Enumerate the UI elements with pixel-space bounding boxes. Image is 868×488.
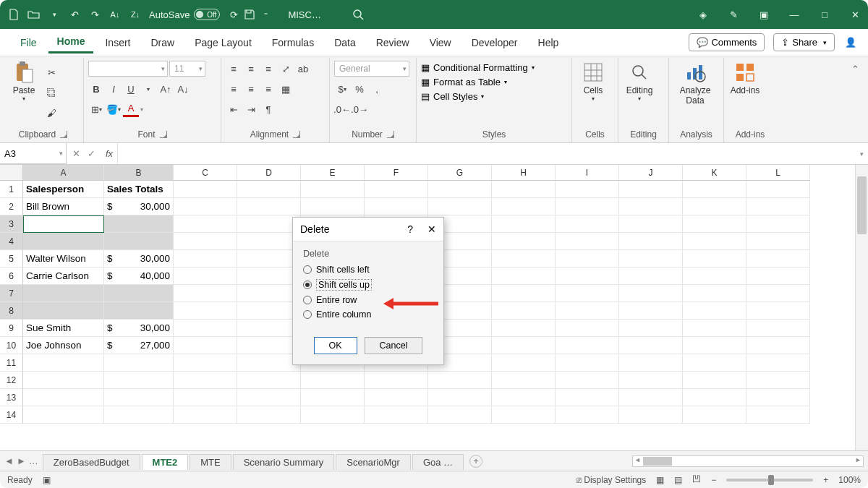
cell[interactable] (237, 372, 301, 389)
tab-insert[interactable]: Insert (96, 33, 139, 53)
cell[interactable]: Bill Brown (23, 198, 104, 215)
row-header[interactable]: 8 (0, 302, 23, 320)
copy-icon[interactable]: ⿻ (43, 85, 59, 100)
rtl-icon[interactable]: ¶ (260, 101, 276, 117)
diamond-icon[interactable]: ◈ (696, 7, 710, 22)
cell[interactable] (746, 337, 810, 354)
cell[interactable] (619, 233, 683, 250)
cell[interactable] (301, 389, 365, 406)
cell[interactable] (746, 320, 810, 337)
autosave-toggle[interactable]: AutoSave Off (149, 9, 220, 20)
cell[interactable]: Sue Smith (23, 320, 104, 337)
minimize-icon[interactable]: — (787, 7, 801, 22)
cell[interactable] (683, 354, 746, 372)
cell[interactable] (237, 181, 301, 198)
clipboard-launcher-icon[interactable] (60, 131, 67, 138)
column-header[interactable]: J (619, 165, 683, 181)
cell[interactable] (428, 372, 492, 389)
cells-button[interactable]: Cells▾ (576, 59, 610, 103)
cell[interactable] (237, 337, 301, 354)
sort-asc-icon[interactable]: A↓ (107, 7, 123, 22)
column-header[interactable]: C (174, 165, 237, 181)
cell[interactable] (492, 389, 556, 406)
cell[interactable]: Salesperson (23, 181, 104, 198)
cell[interactable] (556, 302, 619, 320)
increase-decimal-icon[interactable]: .0← (334, 101, 350, 117)
undo-icon[interactable]: ↶ (67, 7, 82, 22)
cell[interactable] (683, 198, 746, 215)
view-normal-icon[interactable]: ▦ (656, 475, 664, 485)
zoom-level[interactable]: 100% (838, 475, 861, 485)
sheet-nav-next-icon[interactable]: ► (17, 455, 26, 466)
cell[interactable] (619, 389, 683, 406)
cell[interactable] (683, 372, 746, 389)
row-header[interactable]: 14 (0, 406, 23, 424)
row-header[interactable]: 11 (0, 354, 23, 372)
cell[interactable] (301, 406, 365, 424)
cell[interactable] (619, 320, 683, 337)
redo-icon[interactable]: ↷ (87, 7, 103, 22)
dialog-help-icon[interactable]: ? (407, 223, 413, 235)
qat-more-icon[interactable]: ⁼ (258, 7, 273, 22)
cell[interactable] (174, 181, 237, 198)
decrease-font-icon[interactable]: A↓ (175, 81, 191, 97)
cell[interactable] (492, 285, 556, 302)
align-launcher-icon[interactable] (293, 131, 300, 138)
cell[interactable] (365, 372, 428, 389)
maximize-icon[interactable]: □ (817, 7, 832, 22)
decrease-decimal-icon[interactable]: .0→ (352, 101, 367, 117)
view-break-icon[interactable]: 凹 (692, 474, 701, 486)
cell[interactable] (301, 198, 365, 215)
indent-increase-icon[interactable]: ⇥ (243, 101, 259, 117)
cell[interactable] (174, 267, 237, 285)
row-header[interactable]: 12 (0, 372, 23, 389)
align-left-icon[interactable]: ≡ (226, 81, 242, 97)
radio-shift-left[interactable]: Shift cells left (303, 265, 433, 275)
cell[interactable] (619, 302, 683, 320)
cell[interactable] (619, 250, 683, 267)
sheet-tab[interactable]: ScenarioMgr (336, 454, 411, 470)
dropdown-icon[interactable]: ▾ (46, 7, 62, 22)
conditional-formatting-button[interactable]: ▦Conditional Formatting▾ (421, 62, 535, 73)
cell[interactable] (746, 267, 810, 285)
cell[interactable] (365, 406, 428, 424)
cell[interactable] (104, 406, 174, 424)
align-right-icon[interactable]: ≡ (260, 81, 276, 97)
cell[interactable] (104, 233, 174, 250)
cell[interactable]: $27,000 (104, 337, 174, 354)
align-center-icon[interactable]: ≡ (243, 81, 259, 97)
cell[interactable] (237, 233, 301, 250)
cell[interactable] (683, 233, 746, 250)
wrap-text-icon[interactable]: ab (295, 61, 311, 77)
format-as-table-button[interactable]: ▦Format as Table▾ (421, 77, 507, 87)
tab-file[interactable]: File (12, 33, 46, 53)
new-file-icon[interactable] (6, 7, 22, 22)
cell-styles-button[interactable]: ▤Cell Styles▾ (421, 91, 484, 102)
column-header[interactable]: A (23, 165, 104, 181)
cell[interactable] (237, 389, 301, 406)
sort-desc-icon[interactable]: Z↓ (127, 7, 143, 22)
cell[interactable] (365, 181, 428, 198)
cell[interactable] (23, 389, 104, 406)
cell[interactable] (23, 372, 104, 389)
cell[interactable] (556, 267, 619, 285)
cell[interactable] (619, 354, 683, 372)
align-bottom-icon[interactable]: ≡ (260, 61, 276, 77)
cell[interactable] (104, 285, 174, 302)
cell[interactable] (23, 354, 104, 372)
cell[interactable] (619, 267, 683, 285)
cell[interactable] (619, 372, 683, 389)
addins-button[interactable]: Add-ins (728, 59, 762, 97)
tab-draw[interactable]: Draw (142, 33, 183, 53)
display-settings-button[interactable]: ⎚ Display Settings (576, 475, 646, 485)
cell[interactable] (174, 389, 237, 406)
cell[interactable] (174, 285, 237, 302)
cell[interactable] (492, 181, 556, 198)
view-layout-icon[interactable]: ▤ (674, 475, 682, 485)
cell[interactable] (237, 354, 301, 372)
name-box[interactable]: A3 (0, 143, 67, 164)
cell[interactable]: $40,000 (104, 267, 174, 285)
cell[interactable] (746, 250, 810, 267)
cell[interactable] (746, 198, 810, 215)
fill-color-icon[interactable]: 🪣▾ (106, 101, 122, 117)
